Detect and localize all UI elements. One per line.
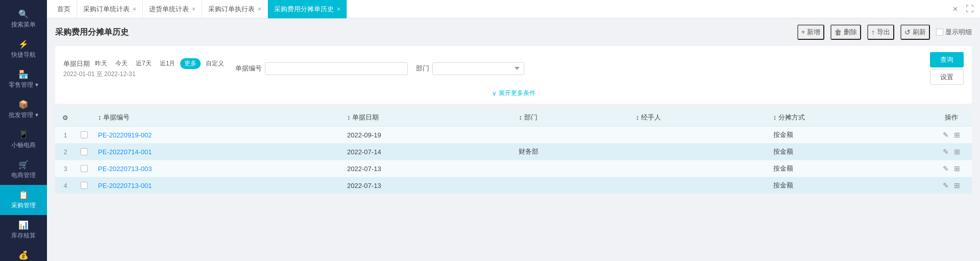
tab-label-purchase-order-stat: 采购订单统计表 xyxy=(83,5,130,14)
doc-link-1[interactable]: PE-20220919-002 xyxy=(98,131,152,139)
sidebar-item-retail[interactable]: 🏪零售管理 ▾ xyxy=(0,64,47,94)
row-handler-4 xyxy=(631,177,768,194)
tab-close-purchase-incoming-stat[interactable]: × xyxy=(192,6,195,13)
page-header: 采购费用分摊单历史 + 新增 🗑 删除 ↑ 导出 ↺ 刷新 显示明细 xyxy=(55,25,972,40)
show-columns-checkbox xyxy=(936,29,943,36)
last7days-btn[interactable]: 近7天 xyxy=(133,58,155,69)
col-settings[interactable]: ⚙ xyxy=(55,109,76,127)
row-op-3: ✎ ⊞ xyxy=(931,160,972,177)
edit-icon-2[interactable]: ✎ xyxy=(943,148,949,156)
page-content: 采购费用分摊单历史 + 新增 🗑 删除 ↑ 导出 ↺ 刷新 显示明细 xyxy=(47,18,980,261)
doc-no-label: 单据编号 xyxy=(235,64,262,73)
sidebar: 🔍搜索菜单⚡快捷导航🏪零售管理 ▾📦批发管理 ▾📱小畅电商🛒电商管理📋采购管理📊… xyxy=(0,0,47,261)
sidebar-item-purchase[interactable]: 📋采购管理 xyxy=(0,185,47,215)
sidebar-item-wholesale[interactable]: 📦批发管理 ▾ xyxy=(0,94,47,125)
tab-purchase-incoming-stat[interactable]: 进货单统计表× xyxy=(143,0,202,18)
row-num-3: 3 xyxy=(55,160,76,177)
row-checkbox-3[interactable] xyxy=(81,165,88,172)
last1month-btn[interactable]: 近1月 xyxy=(157,58,179,69)
doc-link-2[interactable]: PE-20220714-001 xyxy=(98,148,152,156)
row-doc-date-1: 2022-09-19 xyxy=(342,127,513,144)
sidebar-item-quick[interactable]: ⚡快捷导航 xyxy=(0,34,47,64)
doc-link-3[interactable]: PE-20220713-003 xyxy=(98,165,152,173)
row-op-2: ✎ ⊞ xyxy=(931,144,972,160)
sidebar-item-miniapp[interactable]: 📱小畅电商 xyxy=(0,125,47,155)
dept-label: 部门 xyxy=(416,64,429,73)
expand-chevron-icon: ∨ xyxy=(492,90,497,97)
tab-close-purchase-order-exec[interactable]: × xyxy=(258,6,261,13)
row-doc-date-4: 2022-07-13 xyxy=(342,177,513,194)
row-check-3[interactable] xyxy=(76,160,93,177)
tab-home[interactable]: 首页 xyxy=(51,0,77,18)
add-button[interactable]: + 新增 xyxy=(797,25,824,40)
export-button[interactable]: ↑ 导出 xyxy=(867,25,894,40)
edit-icon-1[interactable]: ✎ xyxy=(943,131,949,139)
yesterday-btn[interactable]: 昨天 xyxy=(92,58,110,69)
sidebar-item-inventory[interactable]: 📊库存核算 xyxy=(0,215,47,245)
main-area: 首页采购订单统计表×进货单统计表×采购订单执行表×采购费用分摊单历史× × ⛶ … xyxy=(47,0,980,261)
row-dept-1 xyxy=(513,127,630,144)
tab-label-purchase-incoming-stat: 进货单统计表 xyxy=(149,5,189,14)
col-dept: ↕ 部门 xyxy=(513,109,630,127)
row-checkbox-2[interactable] xyxy=(81,148,88,155)
tab-purchase-cost-split[interactable]: 采购费用分摊单历史× xyxy=(268,0,347,18)
fullscreen-icon[interactable]: ⛶ xyxy=(964,4,976,15)
sidebar-item-search[interactable]: 🔍搜索菜单 xyxy=(0,4,47,34)
tab-close-purchase-order-stat[interactable]: × xyxy=(133,6,136,13)
edit-icon-3[interactable]: ✎ xyxy=(943,164,949,173)
detail-icon-1[interactable]: ⊞ xyxy=(954,131,960,139)
row-check-4[interactable] xyxy=(76,177,93,194)
row-handler-3 xyxy=(631,160,768,177)
table-row: 1 PE-20220919-002 2022-09-19 按金额 ✎ ⊞ xyxy=(55,127,972,144)
row-dept-4 xyxy=(513,177,630,194)
detail-icon-3[interactable]: ⊞ xyxy=(954,164,960,173)
show-columns-toggle[interactable]: 显示明细 xyxy=(936,28,972,37)
row-check-2[interactable] xyxy=(76,144,93,160)
today-btn[interactable]: 今天 xyxy=(112,58,131,69)
sidebar-item-ecommerce[interactable]: 🛒电商管理 xyxy=(0,155,47,185)
row-split-method-1: 按金额 xyxy=(768,127,931,144)
row-dept-2: 财务部 xyxy=(513,144,630,160)
custom-date-btn[interactable]: 自定义 xyxy=(203,58,227,69)
doc-link-4[interactable]: PE-20220713-001 xyxy=(98,182,152,189)
tab-bar: 首页采购订单统计表×进货单统计表×采购订单执行表×采购费用分摊单历史× × ⛶ xyxy=(47,0,980,18)
row-op-1: ✎ ⊞ xyxy=(931,127,972,144)
sidebar-item-finance[interactable]: 💰资金管理 xyxy=(0,245,47,261)
quick-icon: ⚡ xyxy=(0,39,47,49)
tab-close-purchase-cost-split[interactable]: × xyxy=(337,6,340,13)
detail-icon-2[interactable]: ⊞ xyxy=(954,148,960,156)
tab-label-home: 首页 xyxy=(57,5,70,14)
date-filter-col: 单据日期 昨天 今天 近7天 近1月 更多 自定义 2022-01-01 至 2… xyxy=(63,58,227,79)
header-actions: + 新增 🗑 删除 ↑ 导出 ↺ 刷新 显示明细 xyxy=(797,25,972,40)
tab-purchase-order-stat[interactable]: 采购订单统计表× xyxy=(77,0,143,18)
filter-row: 单据日期 昨天 今天 近7天 近1月 更多 自定义 2022-01-01 至 2… xyxy=(63,52,964,85)
detail-icon-4[interactable]: ⊞ xyxy=(954,181,960,189)
purchase-icon: 📋 xyxy=(0,190,47,200)
col-doc-no: ↕ 单据编号 xyxy=(93,109,342,127)
close-window-icon[interactable]: × xyxy=(951,4,960,15)
tab-purchase-order-exec[interactable]: 采购订单执行表× xyxy=(202,0,268,18)
row-checkbox-1[interactable] xyxy=(81,131,88,138)
table-row: 4 PE-20220713-001 2022-07-13 按金额 ✎ ⊞ xyxy=(55,177,972,194)
col-split-method: ↕ 分摊方式 xyxy=(768,109,931,127)
expand-more-btn[interactable]: ∨ 展开更多条件 xyxy=(492,89,535,98)
row-check-1[interactable] xyxy=(76,127,93,144)
delete-button[interactable]: 🗑 删除 xyxy=(830,25,861,40)
query-button[interactable]: 查询 xyxy=(930,52,964,67)
retail-icon: 🏪 xyxy=(0,69,47,79)
more-date-btn[interactable]: 更多 xyxy=(180,58,201,69)
dept-select[interactable] xyxy=(432,62,524,75)
date-range-text: 2022-01-01 至 2022-12-31 xyxy=(63,70,227,79)
row-doc-no-2: PE-20220714-001 xyxy=(93,144,342,160)
row-dept-3 xyxy=(513,160,630,177)
doc-no-input[interactable] xyxy=(265,62,408,75)
wholesale-icon: 📦 xyxy=(0,100,47,109)
setting-button[interactable]: 设置 xyxy=(930,69,964,85)
row-checkbox-4[interactable] xyxy=(81,182,88,189)
refresh-button[interactable]: ↺ 刷新 xyxy=(900,25,930,40)
edit-icon-4[interactable]: ✎ xyxy=(943,181,949,189)
row-doc-date-2: 2022-07-14 xyxy=(342,144,513,160)
table-header-row: ⚙ ↕ 单据编号 ↕ 单据日期 ↕ 部门 ↕ 经手人 xyxy=(55,109,972,127)
tab-label-purchase-order-exec: 采购订单执行表 xyxy=(208,5,255,14)
col-doc-date: ↕ 单据日期 xyxy=(342,109,513,127)
